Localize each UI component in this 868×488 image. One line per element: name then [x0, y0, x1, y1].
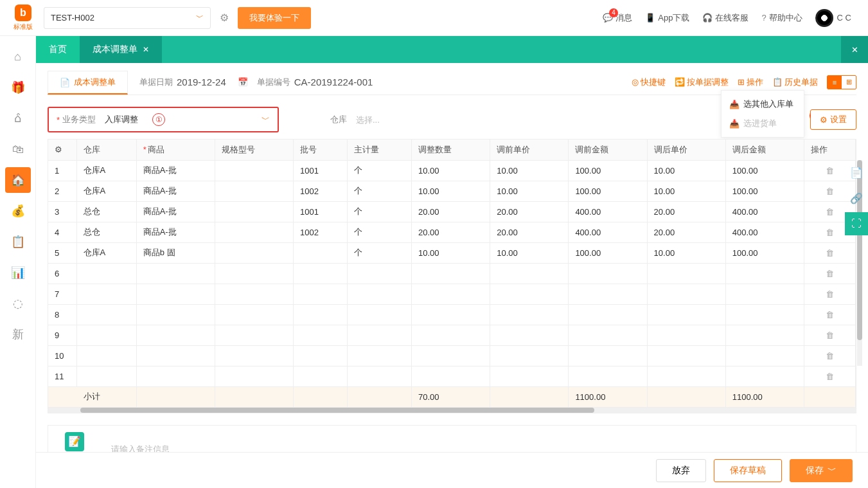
trial-button[interactable]: 我要体验一下 [238, 7, 311, 29]
message-count-badge: 4 [609, 8, 618, 17]
chevron-down-icon: ﹀ [196, 12, 204, 23]
user-menu[interactable]: C C [815, 9, 851, 27]
headset-icon: 🎧 [702, 13, 713, 23]
messages-link[interactable]: 💬 消息 4 [603, 12, 632, 24]
top-header: b 标准版 TEST-H002 ﹀ ⚙ 我要体验一下 💬 消息 4 📱 App下… [0, 0, 868, 36]
logo-icon: b [15, 5, 31, 21]
help-link[interactable]: ? 帮助中心 [761, 12, 802, 24]
phone-icon: 📱 [645, 13, 655, 23]
avatar-icon [815, 9, 833, 27]
settings-gear-icon[interactable]: ⚙ [220, 12, 229, 24]
account-selector[interactable]: TEST-H002 ﹀ [44, 7, 211, 29]
account-value: TEST-H002 [51, 13, 94, 23]
logo[interactable]: b 标准版 [10, 5, 36, 32]
app-download-link[interactable]: 📱 App下载 [645, 12, 689, 24]
logo-label: 标准版 [13, 23, 33, 32]
support-link[interactable]: 🎧 在线客服 [702, 12, 748, 24]
help-icon: ? [761, 13, 766, 23]
